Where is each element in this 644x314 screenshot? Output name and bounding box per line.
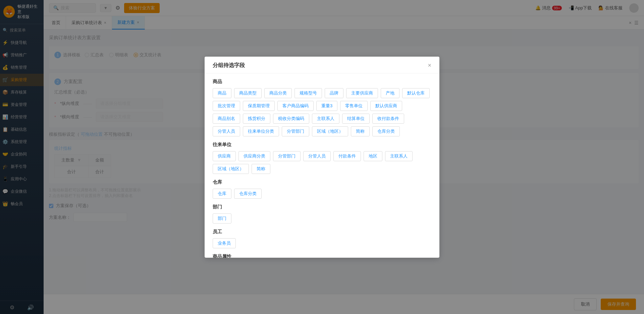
modal-close-button[interactable]: ×: [428, 62, 431, 69]
field-tag-仓库[interactable]: 仓库: [213, 189, 231, 199]
field-tag-默认仓库[interactable]: 默认仓库: [402, 88, 430, 98]
field-tag-简称[interactable]: 简称: [252, 164, 270, 174]
field-tag-分管部门[interactable]: 分管部门: [273, 151, 301, 161]
field-tag-默认供应商[interactable]: 默认供应商: [370, 101, 402, 111]
field-tag-商品别名[interactable]: 商品别名: [213, 114, 240, 124]
field-tag-往来单位分类[interactable]: 往来单位分类: [243, 126, 279, 136]
field-tag-业务员[interactable]: 业务员: [213, 238, 236, 248]
modal-title: 分组待选字段: [213, 62, 245, 69]
section-partner: 往来单位 供应商供应商分类分管部门分管人员付款条件地区主联系人区域（地区）简称: [213, 142, 431, 174]
department-tags: 部门: [213, 213, 431, 224]
section-employee: 员工 业务员: [213, 229, 431, 248]
field-tag-规格型号[interactable]: 规格型号: [294, 88, 322, 98]
field-tag-供应商[interactable]: 供应商: [213, 151, 236, 161]
field-tag-重量3[interactable]: 重量3: [316, 101, 337, 111]
section-product-attr-title: 商品属性: [213, 254, 431, 258]
section-employee-title: 员工: [213, 229, 431, 235]
field-tag-商品分类[interactable]: 商品分类: [264, 88, 292, 98]
warehouse-tags: 仓库仓库分类: [213, 189, 431, 199]
field-tag-主联系人[interactable]: 主联系人: [312, 114, 339, 124]
field-tag-商品[interactable]: 商品: [213, 88, 231, 98]
section-department-title: 部门: [213, 204, 431, 210]
section-product: 商品 商品商品类型商品分类规格型号品牌主要供应商产地默认仓库批次管理保质期管理客…: [213, 79, 431, 136]
field-tag-税收分类编码[interactable]: 税收分类编码: [273, 114, 309, 124]
field-tag-零售单位[interactable]: 零售单位: [340, 101, 368, 111]
field-tag-区域（地区）[interactable]: 区域（地区）: [213, 164, 249, 174]
field-tag-仓库分类[interactable]: 仓库分类: [372, 126, 400, 136]
field-tag-主要供应商[interactable]: 主要供应商: [346, 88, 378, 98]
field-tag-品牌[interactable]: 品牌: [325, 88, 343, 98]
field-tag-供应商分类[interactable]: 供应商分类: [238, 151, 270, 161]
partner-tags: 供应商供应商分类分管部门分管人员付款条件地区主联系人区域（地区）简称: [213, 151, 431, 174]
field-tag-分管部门[interactable]: 分管部门: [282, 126, 309, 136]
field-tag-主联系人[interactable]: 主联系人: [385, 151, 413, 161]
field-select-modal: 分组待选字段 × 商品 商品商品类型商品分类规格型号品牌主要供应商产地默认仓库批…: [205, 57, 439, 258]
modal-body: 商品 商品商品类型商品分类规格型号品牌主要供应商产地默认仓库批次管理保质期管理客…: [205, 73, 439, 258]
section-department: 部门 部门: [213, 204, 431, 224]
section-product-attr: 商品属性 属性颜色多规格尺码鞋码1: [213, 254, 431, 258]
field-tag-分管人员[interactable]: 分管人员: [303, 151, 331, 161]
field-tag-收付款条件[interactable]: 收付款条件: [372, 114, 404, 124]
modal-header: 分组待选字段 ×: [205, 57, 439, 73]
field-tag-商品类型[interactable]: 商品类型: [234, 88, 262, 98]
field-tag-结算单位[interactable]: 结算单位: [342, 114, 370, 124]
field-tag-仓库分类[interactable]: 仓库分类: [234, 189, 262, 199]
field-tag-产地[interactable]: 产地: [381, 88, 399, 98]
employee-tags: 业务员: [213, 238, 431, 248]
section-product-title: 商品: [213, 79, 431, 85]
field-tag-付款条件[interactable]: 付款条件: [333, 151, 361, 161]
field-tag-客户商品编码[interactable]: 客户商品编码: [277, 101, 314, 111]
field-tag-区域（地区）[interactable]: 区域（地区）: [312, 126, 348, 136]
product-tags: 商品商品类型商品分类规格型号品牌主要供应商产地默认仓库批次管理保质期管理客户商品…: [213, 88, 431, 136]
section-warehouse: 仓库 仓库仓库分类: [213, 179, 431, 199]
field-tag-部门[interactable]: 部门: [213, 213, 231, 224]
field-tag-拣货积分[interactable]: 拣货积分: [243, 114, 270, 124]
field-tag-地区[interactable]: 地区: [364, 151, 382, 161]
field-tag-简称[interactable]: 简称: [351, 126, 370, 136]
field-tag-批次管理[interactable]: 批次管理: [213, 101, 240, 111]
section-warehouse-title: 仓库: [213, 179, 431, 185]
field-tag-保质期管理[interactable]: 保质期管理: [243, 101, 275, 111]
section-partner-title: 往来单位: [213, 142, 431, 148]
field-tag-分管人员[interactable]: 分管人员: [213, 126, 240, 136]
